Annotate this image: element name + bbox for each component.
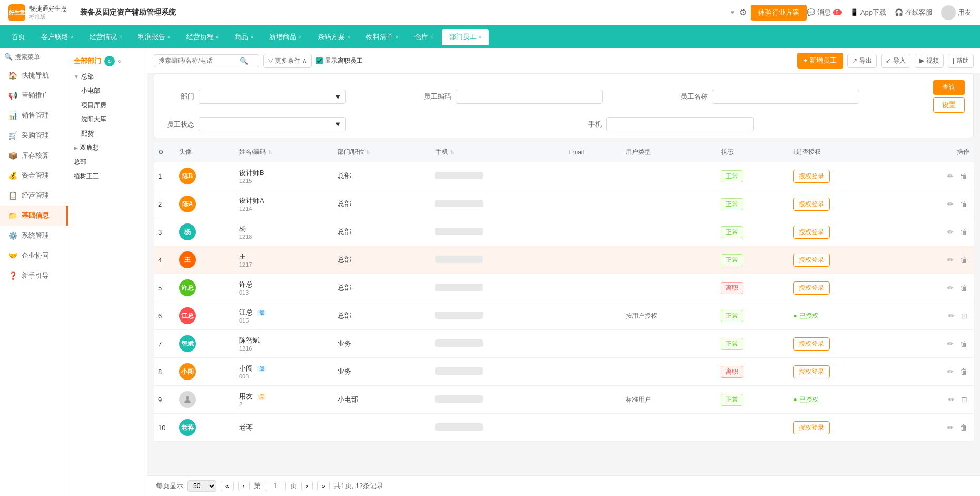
delete-button[interactable]: 🗑: [958, 227, 969, 237]
next-page-button[interactable]: ›: [301, 481, 313, 491]
tab-operation[interactable]: 经营情况 ×: [82, 29, 130, 45]
message-button[interactable]: 💬 消息 5: [807, 8, 842, 17]
filter-status-select[interactable]: ▼: [199, 117, 346, 131]
edit-button[interactable]: ✏: [946, 310, 957, 321]
dept-tree-item-shenyang[interactable]: 沈阳大库: [68, 112, 147, 127]
sidebar-item-operation[interactable]: 📋 经营管理: [0, 186, 68, 206]
close-icon[interactable]: ×: [71, 34, 74, 40]
auth-button[interactable]: 授权登录: [793, 198, 830, 211]
clone-button[interactable]: ⊡: [959, 310, 969, 321]
edit-button[interactable]: ✏: [945, 171, 956, 181]
close-icon[interactable]: ×: [347, 34, 350, 40]
edit-button[interactable]: ✏: [945, 199, 956, 209]
edit-button[interactable]: ✏: [946, 394, 957, 405]
first-page-button[interactable]: «: [221, 481, 234, 491]
sidebar-item-inventory[interactable]: 📦 库存核算: [0, 145, 68, 166]
tab-bom[interactable]: 物料清单 ×: [359, 29, 406, 45]
close-icon[interactable]: ×: [299, 34, 302, 40]
export-button[interactable]: ↗ 导出: [847, 54, 877, 68]
dept-tree-item-zongbu[interactable]: 总部: [68, 155, 147, 169]
video-button[interactable]: ▶ 视频: [915, 54, 944, 68]
delete-button[interactable]: 🗑: [958, 255, 969, 265]
dept-tree-item-shuanglu[interactable]: ▶ 双鹿想: [68, 141, 147, 155]
tab-home[interactable]: 首页: [4, 29, 33, 45]
edit-button[interactable]: ✏: [945, 338, 956, 349]
page-input[interactable]: [265, 481, 286, 491]
tab-warehouse[interactable]: 仓库 ×: [407, 29, 441, 45]
user-menu[interactable]: 用友: [941, 5, 972, 20]
sidebar-item-quicknav[interactable]: 🏠 快捷导航: [0, 65, 68, 85]
filter-phone-input[interactable]: [606, 117, 754, 131]
sidebar-search-input[interactable]: [15, 53, 68, 61]
auth-button[interactable]: 授权登录: [793, 421, 830, 434]
tab-dept-staff[interactable]: 部门员工 ×: [442, 29, 489, 45]
col-dept[interactable]: 部门/职位 ⇅: [333, 142, 432, 162]
help-button[interactable]: | 帮助: [948, 54, 974, 68]
last-page-button[interactable]: »: [317, 481, 330, 491]
query-button[interactable]: 查询: [933, 80, 965, 95]
sidebar-item-collab[interactable]: 🤝 企业协同: [0, 246, 68, 266]
sidebar-item-marketing[interactable]: 📢 营销推广: [0, 85, 68, 105]
dept-tree-item-zhishu[interactable]: 植树王三: [68, 169, 147, 183]
close-icon[interactable]: ×: [395, 34, 399, 40]
close-icon[interactable]: ×: [430, 34, 433, 40]
dept-tree-refresh-button[interactable]: ↻: [104, 56, 115, 66]
auth-button[interactable]: 授权登录: [793, 254, 830, 267]
dept-tree-item-zongbu-root[interactable]: ▼ 总部: [68, 70, 147, 84]
close-icon[interactable]: ×: [250, 34, 253, 40]
col-auth[interactable]: ℹ是否授权: [789, 142, 896, 162]
close-icon[interactable]: ×: [216, 34, 219, 40]
tab-history[interactable]: 经营历程 ×: [179, 29, 226, 45]
sys-title-chevron-icon[interactable]: ▼: [730, 9, 735, 15]
close-icon[interactable]: ×: [167, 34, 171, 40]
tab-add-goods[interactable]: 新增商品 ×: [262, 29, 309, 45]
auth-button[interactable]: 授权登录: [793, 281, 830, 295]
clone-button[interactable]: ⊡: [959, 394, 969, 405]
delete-button[interactable]: 🗑: [958, 199, 969, 209]
show-resigned-checkbox[interactable]: [316, 57, 323, 64]
import-button[interactable]: ↙ 导入: [881, 54, 910, 68]
tab-customer[interactable]: 客户联络 ×: [34, 29, 81, 45]
auth-button[interactable]: 授权登录: [793, 170, 830, 183]
reset-button[interactable]: 设置: [933, 97, 965, 113]
col-name[interactable]: 姓名/编码 ⇅: [235, 142, 333, 162]
delete-button[interactable]: 🗑: [958, 283, 969, 293]
col-phone[interactable]: 手机 ⇅: [431, 142, 564, 162]
auth-button[interactable]: 授权登录: [793, 226, 830, 239]
delete-button[interactable]: 🗑: [958, 422, 969, 433]
auth-button[interactable]: 授权登录: [793, 365, 830, 378]
delete-button[interactable]: 🗑: [958, 366, 969, 377]
sidebar-item-system[interactable]: ⚙️ 系统管理: [0, 226, 68, 246]
sidebar-item-sales[interactable]: 📊 销售管理: [0, 105, 68, 125]
col-settings[interactable]: ⚙: [154, 142, 175, 162]
edit-button[interactable]: ✏: [945, 422, 956, 433]
online-service-button[interactable]: 🎧 在线客服: [895, 8, 933, 17]
edit-button[interactable]: ✏: [945, 366, 956, 377]
auth-button[interactable]: 授权登录: [793, 337, 830, 351]
edit-button[interactable]: ✏: [945, 255, 956, 265]
sidebar-item-basic[interactable]: 📁 基础信息: [0, 206, 68, 226]
delete-button[interactable]: 🗑: [958, 338, 969, 349]
dept-tree-item-peihuo[interactable]: 配货: [68, 127, 147, 141]
per-page-select[interactable]: 50 100: [187, 480, 216, 492]
search-input[interactable]: [159, 57, 237, 64]
close-icon[interactable]: ×: [479, 34, 482, 40]
sidebar-item-finance[interactable]: 💰 资金管理: [0, 166, 68, 186]
filter-empcode-input[interactable]: [456, 90, 603, 104]
sidebar-item-purchase[interactable]: 🛒 采购管理: [0, 125, 68, 145]
add-employee-button[interactable]: + 新增员工: [797, 53, 843, 69]
settings-icon[interactable]: ⚙: [739, 7, 747, 17]
edit-button[interactable]: ✏: [945, 227, 956, 237]
prev-page-button[interactable]: ‹: [238, 481, 250, 491]
dept-tree-collapse-button[interactable]: «: [118, 57, 122, 65]
close-icon[interactable]: ×: [119, 34, 122, 40]
dept-tree-item-xiangmu[interactable]: 项目库房: [68, 98, 147, 112]
filter-empname-input[interactable]: [712, 90, 859, 104]
experience-button[interactable]: 体验行业方案: [751, 5, 807, 21]
tab-barcode[interactable]: 条码方案 ×: [310, 29, 358, 45]
filter-dept-select[interactable]: ▼: [199, 90, 346, 104]
delete-button[interactable]: 🗑: [958, 171, 969, 181]
more-filter-button[interactable]: ▽ 更多条件 ∧: [263, 54, 312, 68]
sidebar-item-guide[interactable]: ❓ 新手引导: [0, 266, 68, 286]
dept-tree-item-xiaodian[interactable]: 小电部: [68, 84, 147, 98]
